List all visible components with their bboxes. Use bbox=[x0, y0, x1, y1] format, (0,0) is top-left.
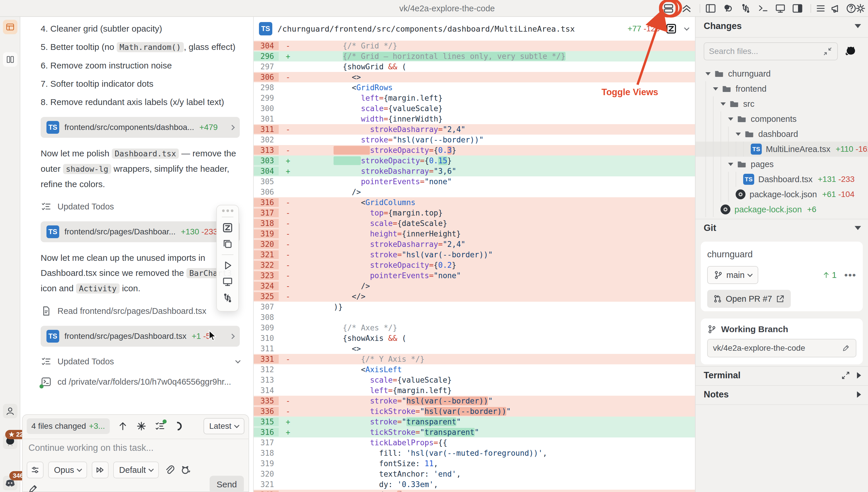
diff-row[interactable]: 297 {showGrid && ( bbox=[254, 62, 695, 72]
diff-row[interactable]: 301 width={innerWidth} bbox=[254, 114, 695, 124]
diff-row[interactable]: 342 - dx: 4 bbox=[254, 490, 695, 492]
diff-row[interactable]: 324 - /> bbox=[254, 281, 695, 291]
model-dropdown[interactable]: Opus bbox=[48, 462, 87, 478]
diff-row[interactable]: 306 /> bbox=[254, 187, 695, 197]
diff-row[interactable]: 314 left={margin.left} bbox=[254, 385, 695, 396]
tool-call-row[interactable]: cd /private/var/folders/10/h7w0q46556ggr… bbox=[41, 376, 240, 387]
mode-dropdown[interactable]: Default bbox=[113, 462, 159, 478]
diff-row[interactable]: 319 - height={innerHeight} bbox=[254, 228, 695, 239]
files-changed-chip[interactable]: 4 files changed +3... bbox=[27, 418, 110, 434]
diff-row[interactable]: 322 - strokeOpacity={0.2} bbox=[254, 260, 695, 270]
diff-row[interactable]: 316 + tickStroke="transparent" bbox=[254, 427, 695, 438]
gear-button[interactable] bbox=[855, 3, 866, 14]
collapse-tree-icon[interactable] bbox=[823, 46, 832, 56]
file-edit-chip[interactable]: TS frontend/src/pages/Dashboar... +130 -… bbox=[41, 221, 240, 242]
git-section-header[interactable]: Git bbox=[704, 223, 861, 233]
caret-down-icon[interactable] bbox=[713, 87, 718, 91]
diff-row[interactable]: 304 - {/* Grid */} bbox=[254, 41, 695, 51]
menu-button[interactable] bbox=[815, 3, 826, 14]
paperclip-icon[interactable] bbox=[163, 464, 175, 476]
diff-row[interactable]: 335 - stroke="hsl(var(--border))" bbox=[254, 396, 695, 406]
send-button[interactable]: Send bbox=[210, 476, 244, 492]
diff-row[interactable]: 304 + strokeDasharray="3,6" bbox=[254, 166, 695, 176]
pen-icon[interactable] bbox=[27, 483, 39, 492]
caret-down-icon[interactable] bbox=[736, 132, 741, 136]
git-compare-button[interactable] bbox=[740, 3, 752, 14]
burst-icon[interactable] bbox=[136, 421, 147, 432]
changes-section-header[interactable]: Changes bbox=[704, 21, 861, 31]
diff-row[interactable]: 296 + {/* Grid — horizontal lines only, … bbox=[254, 51, 695, 62]
tool-call-row[interactable]: Updated Todos bbox=[41, 356, 240, 367]
settings-sliders-button[interactable] bbox=[27, 462, 44, 478]
tree-item-components[interactable]: components bbox=[696, 112, 868, 126]
diff-row[interactable]: 336 - tickStroke="hsl(var(--border))" bbox=[254, 406, 695, 417]
diff-row[interactable]: 305 pointerEvents="none" bbox=[254, 176, 695, 187]
diff-row[interactable]: 318 - scale={dateScale} bbox=[254, 218, 695, 228]
diff-row[interactable]: 309 {/* Axes */} bbox=[254, 323, 695, 333]
diff-row[interactable]: 300 scale={valueScale} bbox=[254, 103, 695, 114]
cat-icon[interactable] bbox=[180, 464, 191, 476]
diff-row[interactable]: 321 dy: '0.33em', bbox=[254, 479, 695, 490]
tree-item-Dashboard.tsx[interactable]: TSDashboard.tsx+131 -233 bbox=[696, 172, 868, 187]
terminal-section-header[interactable]: Terminal bbox=[704, 370, 861, 380]
diff-row[interactable]: 303 + strokeOpacity={0.15} bbox=[254, 155, 695, 166]
play-icon[interactable] bbox=[222, 260, 233, 271]
diff-row[interactable]: 307 )} bbox=[254, 302, 695, 312]
diff-row[interactable]: 313 scale={valueScale} bbox=[254, 375, 695, 385]
fast-forward-button[interactable] bbox=[92, 462, 109, 478]
caret-down-icon[interactable] bbox=[728, 163, 733, 166]
open-pr-button[interactable]: Open PR #7 bbox=[707, 290, 791, 308]
file-edit-chip[interactable]: TS frontend/src/components/dashboa... +4… bbox=[41, 117, 240, 138]
github-button[interactable]: ★ 22k bbox=[3, 435, 18, 449]
account-button[interactable] bbox=[3, 404, 18, 418]
tree-item-pages[interactable]: pages bbox=[696, 157, 868, 172]
branch-dropdown[interactable]: main bbox=[707, 266, 758, 284]
chat-button[interactable] bbox=[723, 3, 734, 14]
diff-row[interactable]: 315 + stroke="transparent" bbox=[254, 417, 695, 427]
caret-down-icon[interactable] bbox=[705, 72, 711, 75]
diff-view-icon[interactable] bbox=[665, 23, 677, 35]
tree-item-churnguard[interactable]: churnguard bbox=[696, 66, 868, 81]
discord-button[interactable]: 346 bbox=[3, 476, 18, 490]
megaphone-button[interactable] bbox=[830, 3, 842, 14]
monitor-icon[interactable] bbox=[222, 276, 233, 288]
diff-row[interactable]: 317 tickLabelProps={{ bbox=[254, 438, 695, 448]
todos-icon[interactable] bbox=[155, 421, 165, 432]
caret-down-icon[interactable] bbox=[728, 118, 733, 121]
tree-item-package-lock.json[interactable]: package-lock.json+61 -104 bbox=[696, 187, 868, 202]
diff-row[interactable]: 323 - pointerEvents="none" bbox=[254, 270, 695, 281]
diff-row[interactable]: 316 - <GridColumns bbox=[254, 197, 695, 208]
tree-item-frontend[interactable]: frontend bbox=[696, 81, 868, 96]
arrow-up-icon[interactable] bbox=[117, 421, 128, 432]
terminal-button[interactable] bbox=[757, 3, 769, 14]
chat-input[interactable]: Continue working on this task... bbox=[28, 443, 154, 453]
tree-item-src[interactable]: src bbox=[696, 96, 868, 112]
diff-row[interactable]: 325 - </> bbox=[254, 291, 695, 302]
notes-section-header[interactable]: Notes bbox=[704, 389, 861, 400]
diff-row[interactable]: 310 {showAxis && ( bbox=[254, 333, 695, 343]
pencil-icon[interactable] bbox=[841, 343, 850, 353]
working-branch-input[interactable]: vk/4e2a-explore-the-code bbox=[707, 339, 857, 358]
diff-row[interactable]: 313 - strokeOpacity={0.3} bbox=[254, 145, 695, 155]
expand-icon[interactable] bbox=[841, 370, 850, 380]
diff-row[interactable]: 318 fill: 'hsl(var(--muted-foreground))'… bbox=[254, 448, 695, 458]
collapse-file-chevron[interactable] bbox=[684, 25, 689, 30]
chevrons-up-button[interactable] bbox=[681, 3, 693, 14]
diff-icon[interactable] bbox=[222, 222, 233, 233]
diff-row[interactable]: 317 - top={margin.top} bbox=[254, 208, 695, 218]
diff-row[interactable]: 321 - stroke="hsl(var(--border))" bbox=[254, 249, 695, 260]
tree-item-MultiLineArea.tsx[interactable]: TSMultiLineArea.tsx+110 -162 bbox=[696, 142, 868, 157]
tree-item-dashboard[interactable]: dashboard bbox=[696, 126, 868, 142]
git-more-menu[interactable]: ••• bbox=[844, 270, 857, 281]
archive-icon[interactable] bbox=[35, 3, 45, 14]
diff-row[interactable]: 320 - strokeDasharray="2,4" bbox=[254, 239, 695, 249]
latest-dropdown[interactable]: Latest bbox=[204, 418, 244, 434]
cat-icon[interactable] bbox=[845, 45, 857, 57]
diff-row[interactable]: 312 <AxisLeft bbox=[254, 364, 695, 375]
board-view-button[interactable] bbox=[3, 52, 18, 67]
diff-row[interactable]: 319 fontSize: 11, bbox=[254, 458, 695, 469]
monitor-button[interactable] bbox=[775, 3, 786, 14]
diff-row[interactable]: 311 <> bbox=[254, 343, 695, 354]
diff-row[interactable]: 311 - strokeDasharray="2,4" bbox=[254, 124, 695, 134]
diff-row[interactable]: 306 - <> bbox=[254, 72, 695, 82]
